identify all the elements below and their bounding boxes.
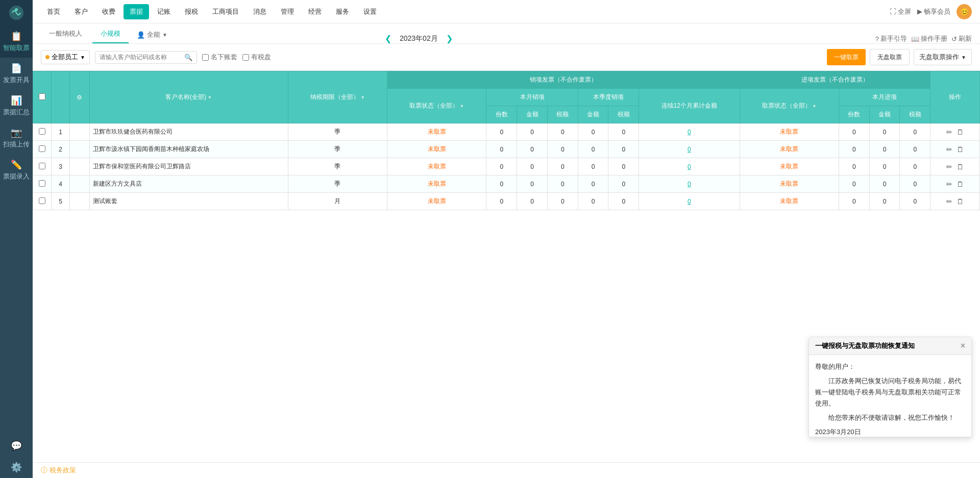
select-all-checkbox[interactable]: [39, 93, 45, 100]
edit-icon[interactable]: ✏: [946, 145, 952, 154]
next-month-btn[interactable]: ❯: [446, 35, 453, 43]
app-logo[interactable]: [0, 0, 33, 26]
wupan-quepiao-btn[interactable]: 无盘取票: [870, 49, 910, 65]
th-input-status[interactable]: 取票状态（全部）: [740, 89, 839, 123]
row-input-month-fenshu: 0: [839, 141, 869, 158]
row-input-month-jine: 0: [869, 193, 900, 210]
nav-item-message[interactable]: 消息: [247, 4, 273, 19]
edit-icon[interactable]: ✏: [946, 128, 952, 136]
sidebar-item-saomiaoshangchuan[interactable]: 📷 扫描上传: [0, 122, 33, 154]
quanneng-label: 全能: [147, 30, 160, 39]
th-input-month: 本月进项: [839, 89, 930, 106]
row-sales-12m[interactable]: 0: [639, 123, 740, 141]
view-icon[interactable]: 🗒: [957, 128, 964, 136]
row-input-month-shuie: 0: [900, 158, 930, 175]
view-icon[interactable]: 🗒: [957, 197, 964, 206]
row-sales-month-jine: 0: [517, 141, 548, 158]
th-client[interactable]: 客户名称(全部): [89, 71, 288, 123]
wupan-caozuo-icon: ▼: [961, 55, 966, 60]
row-checkbox[interactable]: [39, 163, 45, 169]
sidebar-item-zhinengquepiao[interactable]: 📋 智能取票: [0, 26, 33, 58]
fullscreen-btn[interactable]: ⛶ 全屏: [890, 7, 911, 16]
nav-item-customer[interactable]: 客户: [68, 4, 94, 19]
row-client-name: 测试账套: [89, 193, 288, 210]
refresh-btn[interactable]: ↺ 刷新: [951, 34, 972, 43]
sidebar-item-piaojuhuizong[interactable]: 📊 票据汇总: [0, 90, 33, 122]
view-icon[interactable]: 🗒: [957, 180, 964, 188]
sidebar-item-label: 扫描上传: [3, 140, 30, 149]
navbar-right: ⛶ 全屏 ▶ 畅享会员 😊: [890, 4, 972, 19]
nav-item-service[interactable]: 服务: [330, 4, 355, 19]
tutorial-btn[interactable]: ? 新手引导: [875, 34, 907, 43]
employee-select[interactable]: 全部员工 ▼: [41, 50, 90, 64]
row-sales-status: 未取票: [387, 193, 486, 210]
avatar[interactable]: 😊: [957, 4, 972, 19]
row-input-month-fenshu: 0: [839, 175, 869, 193]
row-settings: [70, 141, 90, 158]
row-sales-12m[interactable]: 0: [639, 193, 740, 210]
wupan-caozuo-btn[interactable]: 无盘取票操作 ▼: [914, 49, 972, 65]
nav-item-manage[interactable]: 管理: [275, 4, 300, 19]
youshuipan-checkbox[interactable]: [242, 54, 249, 61]
edit-icon[interactable]: ✏: [946, 197, 952, 206]
row-check[interactable]: [33, 193, 52, 210]
row-sales-12m[interactable]: 0: [639, 141, 740, 158]
th-tax-period[interactable]: 纳税期限（全部）: [288, 71, 387, 123]
search-input[interactable]: [100, 54, 182, 61]
nav-item-tax[interactable]: 报税: [179, 4, 204, 19]
search-icon[interactable]: 🔍: [184, 54, 192, 61]
row-check[interactable]: [33, 175, 52, 193]
view-icon[interactable]: 🗒: [957, 145, 964, 154]
row-check[interactable]: [33, 141, 52, 158]
notification-close-btn[interactable]: ×: [961, 341, 965, 350]
row-sales-status: 未取票: [387, 175, 486, 193]
mingxia-checkbox-label[interactable]: 名下账套: [202, 53, 237, 62]
row-sales-12m[interactable]: 0: [639, 175, 740, 193]
nav-item-invoice[interactable]: 票据: [124, 4, 149, 19]
th-input-month-fenshu: 份数: [839, 106, 869, 123]
edit-icon[interactable]: ✏: [946, 180, 952, 188]
row-index: 4: [52, 175, 70, 193]
row-actions: ✏ 🗒: [930, 158, 980, 175]
prev-month-btn[interactable]: ❮: [385, 35, 391, 43]
youshuipan-checkbox-label[interactable]: 有税盘: [242, 53, 271, 62]
row-actions: ✏ 🗒: [930, 123, 980, 141]
sidebar-item-piaojuluru[interactable]: ✏️ 票据录入: [0, 154, 33, 186]
view-icon[interactable]: 🗒: [957, 163, 964, 171]
edit-icon[interactable]: ✏: [946, 163, 952, 171]
tab-yiban[interactable]: 一般纳税人: [41, 25, 90, 43]
status-text[interactable]: 税务政策: [50, 466, 76, 475]
row-sales-month-jine: 0: [517, 193, 548, 210]
svg-point-1: [15, 8, 18, 11]
row-check[interactable]: [33, 158, 52, 175]
row-sales-12m[interactable]: 0: [639, 158, 740, 175]
th-input-month-jine: 金额: [869, 106, 900, 123]
nav-item-business[interactable]: 工商项目: [206, 4, 245, 19]
row-input-status: 未取票: [740, 175, 839, 193]
nav-item-settings[interactable]: 设置: [357, 4, 383, 19]
row-check[interactable]: [33, 123, 52, 141]
row-checkbox[interactable]: [39, 180, 45, 187]
mingxia-checkbox[interactable]: [202, 54, 209, 61]
sidebar-item-fapiaokaiju[interactable]: 📄 发票开具: [0, 58, 33, 90]
row-sales-month-shuie: 0: [547, 123, 578, 141]
row-checkbox[interactable]: [39, 128, 45, 135]
row-checkbox[interactable]: [39, 145, 45, 152]
tab-quanneng[interactable]: 👤 全能 ▼: [131, 26, 174, 43]
tab-xiaogui[interactable]: 小规模: [92, 25, 129, 43]
vip-btn[interactable]: ▶ 畅享会员: [917, 7, 950, 16]
nav-item-billing[interactable]: 收费: [96, 4, 121, 19]
row-tax-period: 季: [288, 123, 387, 141]
yijian-quepiao-btn[interactable]: 一键取票: [827, 49, 866, 65]
th-sales-status[interactable]: 取票状态（全部）: [387, 89, 486, 123]
row-tax-period: 季: [288, 158, 387, 175]
sidebar-item-settings[interactable]: ⚙️: [11, 457, 22, 478]
sidebar-item-message[interactable]: 💬: [11, 435, 22, 457]
nav-item-operate[interactable]: 经营: [302, 4, 328, 19]
nav-item-accounting[interactable]: 记账: [151, 4, 177, 19]
nav-item-home[interactable]: 首页: [41, 4, 66, 19]
row-checkbox[interactable]: [39, 197, 45, 204]
manual-btn[interactable]: 📖 操作手册: [911, 34, 947, 43]
row-settings: [70, 193, 90, 210]
notification-scroll[interactable]: 尊敬的用户： 江苏政务网已恢复访问电子税务局功能，易代账一键登陆电子税务局与无盘…: [809, 355, 971, 437]
